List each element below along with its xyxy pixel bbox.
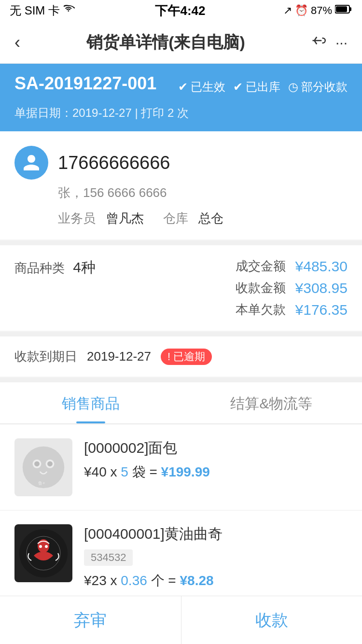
stats-amount-row: 成交金额 ¥485.30 [236, 258, 348, 275]
payment-label: 收款金额 [236, 280, 286, 296]
product-price-1: ¥40 x 5 袋 = ¥199.99 [84, 463, 348, 481]
status-badge-shipped: ✔ 已出库 [233, 79, 280, 95]
cancel-button[interactable]: 弃审 [0, 596, 181, 644]
salesperson-label: 业务员 [58, 211, 96, 225]
salesperson-value: 曾凡杰 [106, 211, 144, 225]
product-tag-2: 534532 [84, 549, 133, 566]
order-id: SA-20191227-001 [14, 73, 156, 94]
order-header: SA-20191227-001 ✔ 已生效 ✔ 已出库 ◷ 部分收款 单据日期：… [0, 64, 362, 131]
share-button[interactable] [311, 33, 326, 51]
status-right: ↗ ⏰ 87% [283, 4, 352, 17]
overdue-section: 收款到期日 2019-12-27 ! 已逾期 [0, 336, 362, 377]
bottom-bar: 弃审 收款 [0, 596, 362, 644]
products-section: 鲁+ [0000002]面包 ¥40 x 5 袋 = ¥199.99 [0, 425, 362, 603]
overdue-label: 收款到期日 [14, 348, 77, 365]
payment-value: ¥308.95 [295, 280, 348, 296]
product-type-value: 4种 [73, 259, 96, 275]
status-badges: ✔ 已生效 ✔ 已出库 ◷ 部分收款 [178, 79, 348, 95]
customer-id: 17666666666 [58, 153, 170, 173]
status-time: 下午4:42 [155, 2, 205, 19]
customer-row: 17666666666 [14, 146, 348, 180]
tabs-row: 销售商品 结算&物流等 [0, 382, 362, 424]
product-info-1: [0000002]面包 ¥40 x 5 袋 = ¥199.99 [84, 438, 348, 481]
list-item: [000400001]黄油曲奇 534532 ¥23 x 0.36 个 = ¥8… [0, 511, 362, 603]
svg-point-7 [47, 461, 53, 466]
battery-label: 87% [311, 4, 332, 17]
page-title: 销货单详情(来自电脑) [86, 31, 245, 54]
back-button[interactable]: ‹ [14, 32, 20, 53]
separator-3 [0, 378, 362, 382]
warehouse-label: 仓库 [163, 211, 188, 225]
status-badge-activated: ✔ 已生效 [178, 79, 225, 95]
check-icon-2: ✔ [233, 80, 243, 94]
svg-point-12 [39, 545, 42, 548]
owe-value: ¥176.35 [295, 302, 348, 318]
owe-label: 本单欠款 [236, 301, 286, 318]
product-info-2: [000400001]黄油曲奇 534532 ¥23 x 0.36 个 = ¥8… [84, 524, 348, 590]
stats-section: 商品种类 4种 成交金额 ¥485.30 收款金额 ¥308.95 本单欠款 ¥… [0, 245, 362, 331]
overdue-badge: ! 已逾期 [161, 349, 212, 365]
status-badge-partial: ◷ 部分收款 [288, 79, 348, 95]
product-name-1: [0000002]面包 [84, 438, 348, 458]
overdue-date: 2019-12-27 [87, 349, 151, 364]
svg-rect-2 [336, 6, 347, 12]
confirm-button[interactable]: 收款 [181, 596, 362, 644]
stats-payment-row: 收款金额 ¥308.95 [236, 280, 348, 296]
stats-left: 商品种类 4种 [14, 258, 96, 278]
tab-sales-products[interactable]: 销售商品 [0, 382, 181, 423]
clock-icon: ◷ [288, 80, 298, 94]
customer-section: 17666666666 张，156 6666 6666 业务员 曾凡杰 仓库 总… [0, 131, 362, 239]
carrier-label: 无 SIM 卡 [10, 3, 60, 18]
product-type-label: 商品种类 [14, 261, 65, 275]
alarm-icon: ⏰ [295, 4, 308, 17]
nav-actions: ··· [311, 33, 348, 51]
product-qty-2: 0.36 [121, 573, 147, 588]
avatar [14, 146, 48, 180]
svg-point-6 [34, 461, 40, 466]
wifi-icon [64, 4, 77, 17]
location-icon: ↗ [283, 4, 292, 17]
product-thumb-2 [14, 524, 72, 582]
svg-text:鲁+: 鲁+ [38, 481, 45, 486]
status-bar: 无 SIM 卡 下午4:42 ↗ ⏰ 87% [0, 0, 362, 21]
battery-icon [335, 4, 352, 17]
product-qty-1: 5 [121, 464, 128, 479]
status-left: 无 SIM 卡 [10, 3, 77, 18]
amount-label: 成交金额 [236, 258, 286, 275]
check-icon-1: ✔ [178, 80, 188, 94]
tabs-section: 销售商品 结算&物流等 [0, 382, 362, 424]
product-total-1: ¥199.99 [161, 464, 210, 479]
separator-1 [0, 240, 362, 245]
nav-bar: ‹ 销货单详情(来自电脑) ··· [0, 21, 362, 64]
amount-value: ¥485.30 [295, 258, 348, 275]
customer-contact: 张，156 6666 6666 [58, 184, 348, 201]
product-thumb-1: 鲁+ [14, 438, 72, 496]
order-date-line: 单据日期：2019-12-27 | 打印 2 次 [14, 105, 348, 121]
warehouse-value: 总仓 [198, 211, 223, 225]
list-item: 鲁+ [0000002]面包 ¥40 x 5 袋 = ¥199.99 [0, 425, 362, 510]
svg-point-13 [45, 545, 48, 548]
overdue-icon: ! [167, 350, 170, 363]
tab-settlement[interactable]: 结算&物流等 [181, 382, 362, 423]
stats-owe-row: 本单欠款 ¥176.35 [236, 301, 348, 318]
product-name-2: [000400001]黄油曲奇 [84, 524, 348, 544]
stats-right: 成交金额 ¥485.30 收款金额 ¥308.95 本单欠款 ¥176.35 [236, 258, 348, 318]
product-price-2: ¥23 x 0.36 个 = ¥8.28 [84, 572, 348, 590]
separator-2 [0, 332, 362, 336]
svg-rect-1 [349, 7, 351, 11]
customer-meta: 业务员 曾凡杰 仓库 总仓 [58, 210, 348, 227]
more-button[interactable]: ··· [335, 34, 348, 51]
product-total-2: ¥8.28 [180, 573, 213, 588]
